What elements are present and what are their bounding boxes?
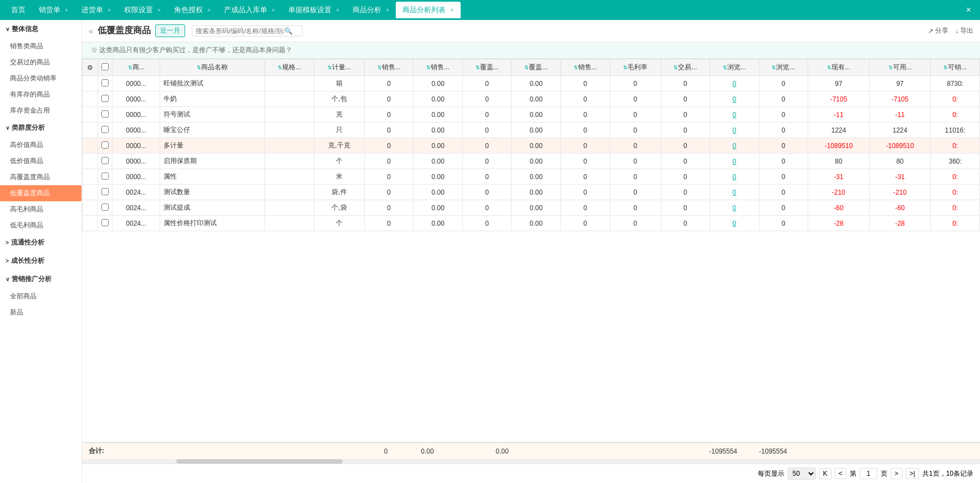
sidebar-item-low-coverage[interactable]: 低覆盖度商品	[0, 185, 81, 201]
filter-period-button[interactable]: 近一月	[155, 24, 185, 37]
row-settings[interactable]	[83, 123, 98, 138]
sales-qty-column-header[interactable]: ⇅销售...	[364, 59, 414, 76]
close-icon[interactable]: ×	[65, 7, 68, 13]
row-view1[interactable]: 0	[710, 185, 759, 200]
unit-column-header[interactable]: ⇅计量...	[314, 59, 365, 76]
row-view1[interactable]: 0	[710, 216, 759, 231]
row-checkbox[interactable]	[98, 138, 113, 154]
row-settings[interactable]	[83, 91, 98, 107]
row-view1[interactable]: 0	[710, 200, 759, 216]
next-page-button[interactable]: >	[891, 468, 902, 479]
sidebar-item-high-coverage[interactable]: 高覆盖度商品	[0, 169, 81, 185]
row-checkbox[interactable]	[98, 76, 113, 91]
sidebar-item-stock-capital[interactable]: 库存资金占用	[0, 103, 81, 119]
settings-column-header[interactable]: ⚙	[83, 59, 98, 76]
sidebar-item-traded-goods[interactable]: 交易过的商品	[0, 54, 81, 70]
coverage2-column-header[interactable]: ⇅覆盖...	[512, 59, 561, 76]
sidebar-group-marketing[interactable]: ∨ 营销推广分析	[0, 270, 81, 288]
close-icon[interactable]: ×	[450, 7, 453, 13]
row-checkbox[interactable]	[98, 123, 113, 138]
row-view1[interactable]: 0	[710, 169, 759, 185]
horizontal-scrollbar[interactable]	[82, 459, 980, 464]
row-checkbox[interactable]	[98, 91, 113, 107]
sidebar-item-high-profit[interactable]: 高毛利商品	[0, 201, 81, 217]
sidebar-group-overall[interactable]: ∨ 整体信息	[0, 20, 81, 38]
row-settings[interactable]	[83, 138, 98, 154]
row-settings[interactable]	[83, 169, 98, 185]
sidebar-item-new-goods[interactable]: 新品	[0, 304, 81, 321]
close-icon[interactable]: ×	[386, 7, 389, 13]
search-input[interactable]	[196, 27, 284, 35]
first-page-button[interactable]: K	[819, 468, 831, 479]
close-icon[interactable]: ×	[108, 7, 111, 13]
row-select-checkbox[interactable]	[101, 204, 109, 211]
share-button[interactable]: ↗ 分享	[928, 26, 948, 35]
row-view1[interactable]: 0	[710, 154, 759, 169]
row-select-checkbox[interactable]	[101, 110, 109, 118]
sidebar-item-sales-goods[interactable]: 销售类商品	[0, 38, 81, 54]
sidebar-item-low-value[interactable]: 低价值商品	[0, 153, 81, 169]
sidebar-group-growth[interactable]: > 成长性分析	[0, 252, 81, 270]
nav-tab-permissions[interactable]: 权限设置 ×	[118, 2, 167, 18]
page-size-select[interactable]: 50 20 100 200	[788, 467, 816, 480]
row-checkbox[interactable]	[98, 200, 113, 216]
row-view1[interactable]: 0	[710, 107, 759, 123]
row-checkbox[interactable]	[98, 216, 113, 231]
row-settings[interactable]	[83, 76, 98, 91]
close-icon[interactable]: ×	[157, 7, 161, 13]
row-select-checkbox[interactable]	[101, 219, 109, 226]
row-select-checkbox[interactable]	[101, 79, 109, 87]
row-select-checkbox[interactable]	[101, 157, 109, 164]
row-view1[interactable]: 0	[710, 123, 759, 138]
sidebar-item-category-rate[interactable]: 商品分类动销率	[0, 70, 81, 87]
nav-tab-purchase[interactable]: 进货单 ×	[75, 2, 118, 18]
close-icon[interactable]: ×	[207, 7, 211, 13]
nav-tab-analysis-list[interactable]: 商品分析列表 ×	[396, 2, 460, 18]
row-select-checkbox[interactable]	[101, 126, 109, 133]
view2-column-header[interactable]: ⇅浏览...	[759, 59, 808, 76]
sidebar-group-flow[interactable]: > 流通性分析	[0, 233, 81, 252]
search-icon[interactable]: 🔍	[284, 27, 293, 35]
nav-tab-home[interactable]: 首页	[4, 2, 32, 18]
row-view1[interactable]: 0	[710, 91, 759, 107]
coverage1-column-header[interactable]: ⇅覆盖...	[462, 59, 512, 76]
nav-tab-template[interactable]: 单据模板设置 ×	[282, 2, 346, 18]
row-select-checkbox[interactable]	[101, 95, 109, 102]
close-icon[interactable]: ×	[336, 7, 339, 13]
prev-page-button[interactable]: <	[835, 468, 846, 479]
code-column-header[interactable]: ⇅商...	[113, 59, 160, 76]
nav-tab-roles[interactable]: 角色授权 ×	[167, 2, 217, 18]
sidebar-item-high-value[interactable]: 高价值商品	[0, 137, 81, 153]
row-settings[interactable]	[83, 107, 98, 123]
sidebar-item-stock-goods[interactable]: 有库存的商品	[0, 87, 81, 103]
row-settings[interactable]	[83, 200, 98, 216]
row-checkbox[interactable]	[98, 169, 113, 185]
close-icon[interactable]: ×	[272, 7, 275, 13]
close-all-button[interactable]: ×	[962, 5, 976, 15]
scrollbar-thumb[interactable]	[176, 459, 343, 464]
spec-column-header[interactable]: ⇅规格...	[265, 59, 314, 76]
page-number-input[interactable]	[860, 468, 877, 479]
last-page-button[interactable]: >|	[906, 468, 919, 479]
nav-tab-inventory[interactable]: 产成品入库单 ×	[217, 2, 282, 18]
row-checkbox[interactable]	[98, 107, 113, 123]
trade-column-header[interactable]: ⇅交易...	[661, 59, 710, 76]
sidebar-group-cluster[interactable]: ∨ 类群度分析	[0, 119, 81, 137]
row-select-checkbox[interactable]	[101, 188, 109, 195]
gross-column-header[interactable]: ⇅毛利率	[610, 59, 661, 76]
nav-tab-analysis[interactable]: 商品分析 ×	[346, 2, 396, 18]
sellable-column-header[interactable]: ⇅可销...	[931, 59, 980, 76]
row-settings[interactable]	[83, 216, 98, 231]
row-select-checkbox[interactable]	[101, 172, 109, 180]
export-button[interactable]: ↓ 导出	[955, 26, 973, 35]
nav-tab-sales[interactable]: 销货单 ×	[32, 2, 75, 18]
stock-column-header[interactable]: ⇅现有...	[808, 59, 870, 76]
view1-column-header[interactable]: ⇅浏览...	[710, 59, 759, 76]
available-column-header[interactable]: ⇅可用...	[869, 59, 931, 76]
name-column-header[interactable]: ⇅商品名称	[160, 59, 265, 76]
select-all-checkbox[interactable]	[101, 63, 109, 70]
sales3-column-header[interactable]: ⇅销售...	[561, 59, 610, 76]
row-settings[interactable]	[83, 154, 98, 169]
sales-amt-column-header[interactable]: ⇅销售...	[414, 59, 463, 76]
row-view1[interactable]: 0	[710, 138, 759, 154]
